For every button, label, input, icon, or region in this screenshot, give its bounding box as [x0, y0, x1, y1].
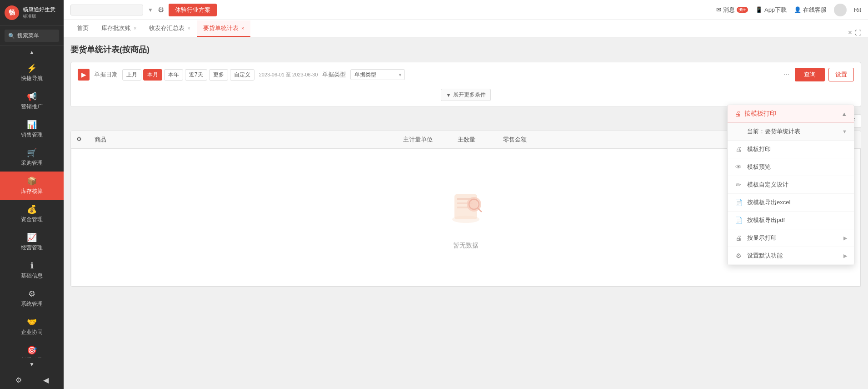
current-template-item[interactable]: 当前：要货单统计表 ▼ — [728, 123, 854, 141]
topbar-gear-icon[interactable]: ⚙ — [158, 5, 164, 14]
app-download-button[interactable]: 📱 App下载 — [755, 6, 787, 14]
tab-receipt-summary[interactable]: 收发存汇总表 × — [143, 20, 196, 37]
dropdown-item-export-pdf[interactable]: 📄 按模板导出pdf — [728, 212, 854, 229]
sidebar-item-system[interactable]: ⚙ 系统管理 — [0, 284, 64, 313]
service-icon: 👤 — [794, 6, 801, 13]
message-badge: 99+ — [737, 7, 748, 13]
purchase-icon: 🛒 — [27, 148, 37, 158]
settings-button[interactable]: 设置 — [828, 68, 854, 81]
message-button[interactable]: ✉ 消息 99+ — [716, 6, 748, 14]
col-unit: 主计量单位 — [398, 136, 452, 144]
date-range-display: 2023-06-01 至 2023-06-30 — [259, 71, 318, 78]
col-product: 商品 — [89, 136, 398, 144]
sidebar: 畅 畅康通好生意 标准版 🔍 搜索菜单 ▲ ⚡ 快捷导航 📢 营销推广 📊 销售… — [0, 0, 64, 389]
dropdown-header: 🖨 按模板打印 ▲ — [728, 105, 854, 123]
scroll-up-button[interactable]: ▲ — [0, 47, 64, 58]
sidebar-item-enterprise[interactable]: 🤝 企业协同 — [0, 313, 64, 341]
set-default-icon: ⚙ — [734, 252, 743, 259]
sidebar-item-basic-info[interactable]: ℹ 基础信息 — [0, 256, 64, 284]
col-quantity: 主数量 — [452, 136, 498, 144]
basic-info-icon: ℹ — [30, 261, 34, 271]
user-name: Rit — [854, 6, 861, 13]
close-tab-inventory-batch[interactable]: × — [134, 25, 136, 31]
sidebar-item-purchase[interactable]: 🛒 采购管理 — [0, 143, 64, 172]
filter-expand-button[interactable]: ▶ — [78, 69, 90, 81]
date-btn-this-year[interactable]: 本年 — [164, 69, 183, 81]
trial-button[interactable]: 体验行业方案 — [169, 4, 217, 16]
finance-icon: 💰 — [27, 204, 37, 214]
dropdown-item-print[interactable]: 🖨 模板打印 — [728, 141, 854, 158]
display-print-icon: 🖨 — [734, 234, 743, 242]
topbar-right: ✉ 消息 99+ 📱 App下载 👤 在线客服 Rit — [716, 4, 861, 16]
settings-bottom-icon[interactable]: ⚙ — [15, 376, 22, 384]
tab-bar: 首页 库存批次账 × 收发存汇总表 × 要货单统计表 × × ⛶ — [64, 20, 868, 37]
logo-text: 畅康通好生意 标准版 — [23, 6, 55, 20]
dropdown-up-arrow[interactable]: ▲ — [841, 111, 847, 117]
topbar-search-input[interactable] — [70, 5, 143, 15]
sidebar-item-finance[interactable]: 💰 资金管理 — [0, 200, 64, 228]
dropdown-item-preview[interactable]: 👁 模板预览 — [728, 158, 854, 176]
current-template-chevron: ▼ — [842, 129, 847, 134]
dropdown-item-display-print[interactable]: 🖨 按显示打印 ▶ — [728, 229, 854, 247]
sidebar-item-inventory[interactable]: 📦 库存核算 — [0, 172, 64, 200]
sidebar-item-guide[interactable]: 🎯 新手引导 — [0, 341, 64, 358]
excel-icon: 📄 — [734, 199, 743, 206]
more-options-button[interactable]: ··· — [782, 69, 791, 81]
guide-icon: 🎯 — [27, 345, 37, 355]
tab-home[interactable]: 首页 — [70, 20, 95, 37]
enterprise-icon: 🤝 — [27, 317, 37, 327]
date-btn-prev-month[interactable]: 上月 — [122, 69, 141, 81]
print-dropdown-menu: 🖨 按模板打印 ▲ 当前：要货单统计表 ▼ 🖨 模板打印 👁 模板预览 — [727, 105, 854, 265]
chevron-down-icon: ▼ — [446, 92, 451, 98]
type-filter-select[interactable]: 单据类型 — [350, 69, 405, 80]
dropdown-item-export-excel[interactable]: 📄 按模板导出excel — [728, 194, 854, 212]
tab-order-stats[interactable]: 要货单统计表 × — [197, 20, 250, 37]
dropdown-item-design[interactable]: ✏ 模板自定义设计 — [728, 176, 854, 194]
marketing-icon: 📢 — [27, 91, 37, 101]
filter-row: ▶ 单据日期 上月 本月 本年 近7天 更多 自定义 2023-06-01 至 … — [78, 68, 854, 81]
date-btn-more[interactable]: 更多 — [209, 69, 228, 81]
topbar-chevron-icon[interactable]: ▼ — [148, 7, 153, 13]
col-settings[interactable]: ⚙ — [71, 136, 89, 144]
sidebar-item-operations[interactable]: 📈 经营管理 — [0, 228, 64, 256]
type-filter-label: 单据类型 — [322, 71, 346, 79]
close-window-icon[interactable]: × — [848, 29, 852, 37]
main-area: ▼ ⚙ 体验行业方案 ✉ 消息 99+ 📱 App下载 👤 在线客服 Rit 首… — [64, 0, 868, 389]
col-retail-amount: 零售金额 — [498, 136, 552, 144]
sidebar-item-sales[interactable]: 📊 销售管理 — [0, 115, 64, 143]
scroll-down-button[interactable]: ▼ — [0, 359, 64, 370]
inventory-icon: 📦 — [27, 176, 37, 186]
sidebar-item-marketing[interactable]: 📢 营销推广 — [0, 87, 64, 115]
set-default-arrow: ▶ — [843, 253, 847, 259]
dropdown-header-controls: ▲ — [841, 111, 847, 117]
message-icon: ✉ — [716, 6, 721, 13]
topbar: ▼ ⚙ 体验行业方案 ✉ 消息 99+ 📱 App下载 👤 在线客服 Rit — [64, 0, 868, 20]
date-btn-7days[interactable]: 近7天 — [185, 69, 207, 81]
expand-more-filters-button[interactable]: ▼ 展开更多条件 — [441, 89, 491, 101]
sidebar-item-quick-nav[interactable]: ⚡ 快捷导航 — [0, 59, 64, 87]
page-title: 要货单统计表(按商品) — [70, 44, 861, 55]
search-menu-button[interactable]: 🔍 搜索菜单 — [5, 30, 59, 42]
search-icon: 🔍 — [8, 33, 15, 39]
query-button[interactable]: 查询 — [795, 68, 825, 81]
operations-icon: 📈 — [27, 232, 37, 242]
expand-window-icon[interactable]: ⛶ — [855, 29, 861, 36]
user-avatar[interactable] — [834, 4, 847, 16]
date-btn-this-month[interactable]: 本月 — [143, 69, 162, 81]
empty-illustration — [443, 185, 489, 235]
dropdown-title: 按模板打印 — [744, 110, 776, 118]
close-tab-order-stats[interactable]: × — [241, 25, 244, 31]
system-icon: ⚙ — [28, 289, 35, 299]
design-icon: ✏ — [734, 181, 743, 188]
close-tab-receipt-summary[interactable]: × — [187, 25, 190, 31]
preview-icon: 👁 — [734, 163, 743, 171]
tab-inventory-batch[interactable]: 库存批次账 × — [95, 20, 143, 37]
dropdown-item-set-default[interactable]: ⚙ 设置默认功能 ▶ — [728, 247, 854, 265]
collapse-sidebar-icon[interactable]: ◀ — [43, 376, 49, 384]
sidebar-search[interactable]: 🔍 搜索菜单 — [0, 26, 64, 46]
pdf-icon: 📄 — [734, 217, 743, 224]
online-service-button[interactable]: 👤 在线客服 — [794, 6, 827, 14]
quick-nav-icon: ⚡ — [27, 63, 37, 73]
dropdown-printer-icon: 🖨 — [734, 110, 741, 117]
date-btn-custom[interactable]: 自定义 — [230, 69, 254, 81]
